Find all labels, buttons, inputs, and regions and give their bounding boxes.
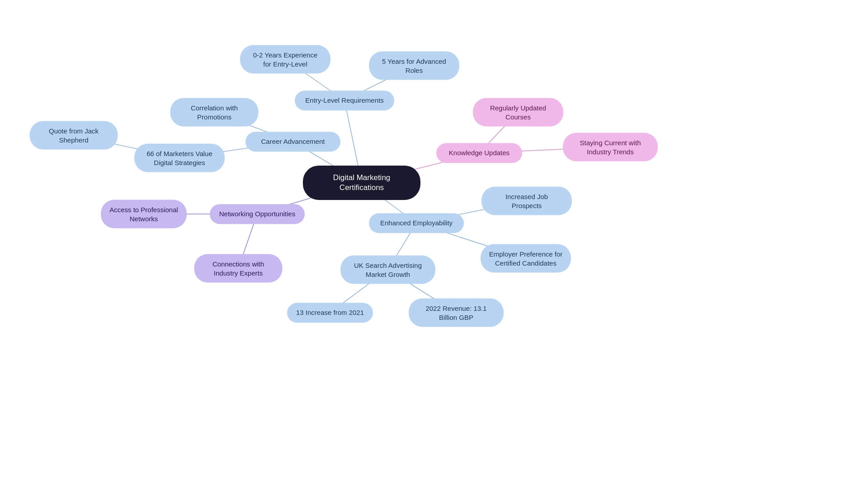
zero-two-years-node[interactable]: 0-2 Years Experience for Entry-Level [240,45,330,74]
employer-pref-node[interactable]: Employer Preference for Certified Candid… [481,244,571,273]
regularly-updated-node[interactable]: Regularly Updated Courses [473,98,563,127]
2022-revenue-node[interactable]: 2022 Revenue: 13.1 Billion GBP [409,299,504,327]
staying-current-node[interactable]: Staying Current with Industry Trends [563,133,658,162]
13-increase-node[interactable]: 13 Increase from 2021 [287,303,373,323]
connections-experts-node[interactable]: Connections with Industry Experts [194,254,283,283]
center-node[interactable]: Digital Marketing Certifications [303,166,420,200]
access-professional-node[interactable]: Access to Professional Networks [101,200,187,228]
uk-search-node[interactable]: UK Search Advertising Market Growth [340,256,435,284]
quote-jack-node[interactable]: Quote from Jack Shepherd [30,121,118,150]
knowledge-updates-node[interactable]: Knowledge Updates [436,143,522,163]
correlation-promotions-node[interactable]: Correlation with Promotions [170,98,259,127]
mindmap-container: Digital Marketing CertificationsEntry-Le… [0,0,868,490]
networking-opp-node[interactable]: Networking Opportunities [210,204,305,224]
enhanced-employ-node[interactable]: Enhanced Employability [369,213,464,233]
career-advancement-node[interactable]: Career Advancement [245,132,340,152]
five-years-node[interactable]: 5 Years for Advanced Roles [369,52,459,80]
increased-job-node[interactable]: Increased Job Prospects [481,187,572,215]
66-marketers-node[interactable]: 66 of Marketers Value Digital Strategies [134,144,225,172]
entry-level-req-node[interactable]: Entry-Level Requirements [295,90,394,110]
